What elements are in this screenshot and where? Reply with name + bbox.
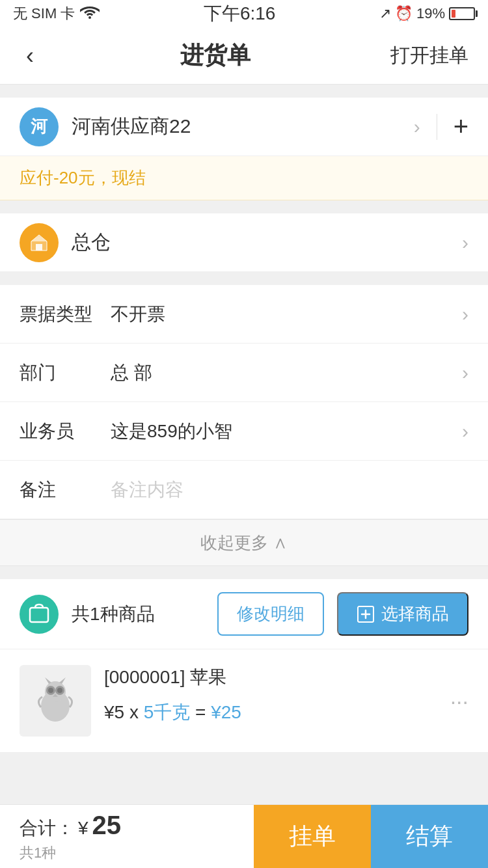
- form-row-remark[interactable]: 备注 备注内容: [0, 461, 488, 519]
- supplier-divider: [437, 114, 437, 140]
- avatar-text: 河: [31, 115, 47, 138]
- wifi-icon: [80, 5, 100, 23]
- page-title: 进货单: [180, 40, 251, 72]
- collapse-label: 收起更多 ∧: [200, 532, 287, 554]
- select-product-button[interactable]: 选择商品: [337, 592, 468, 636]
- collapse-button[interactable]: 收起更多 ∧: [0, 519, 488, 566]
- product-thumbnail: [20, 665, 91, 737]
- warehouse-row[interactable]: 总仓 ›: [0, 213, 488, 272]
- bottom-bar: 合计： ¥ 25 共1种 挂单 结算: [0, 804, 488, 868]
- dept-chevron-icon: ›: [462, 362, 468, 384]
- form-row-invoice[interactable]: 票据类型 不开票 ›: [0, 285, 488, 344]
- section-gap-4: [0, 566, 488, 579]
- form-key-remark: 备注: [20, 478, 111, 502]
- product-image: [29, 675, 81, 727]
- open-hang-button[interactable]: 打开挂单: [390, 42, 468, 69]
- battery-icon: [449, 7, 475, 20]
- invoice-chevron-icon: ›: [462, 303, 468, 325]
- notice-text: 应付-20元，现结: [20, 168, 146, 187]
- status-left: 无 SIM 卡: [13, 4, 100, 23]
- checkout-button[interactable]: 结算: [371, 805, 488, 868]
- svg-marker-8: [45, 677, 51, 684]
- product-title-text: 苹果: [190, 667, 226, 687]
- form-row-dept[interactable]: 部门 总 部 ›: [0, 344, 488, 402]
- warehouse-icon-wrap: [20, 223, 59, 262]
- status-time: 下午6:16: [204, 1, 276, 26]
- total-count: 共1种: [20, 843, 234, 863]
- supplier-chevron-icon: ›: [414, 116, 420, 138]
- total-line: 合计： ¥ 25: [20, 811, 234, 841]
- form-row-salesperson[interactable]: 业务员 这是859的小智 ›: [0, 402, 488, 461]
- form-value-dept: 总 部: [111, 360, 462, 385]
- form-value-invoice: 不开票: [111, 302, 462, 327]
- svg-point-13: [57, 688, 62, 693]
- form-key-salesperson: 业务员: [20, 419, 111, 444]
- price-x: x: [129, 702, 144, 722]
- cart-icon: [27, 603, 51, 626]
- price-unit: ¥5: [104, 702, 124, 722]
- svg-marker-1: [31, 236, 47, 241]
- products-icon-wrap: [20, 595, 59, 634]
- select-product-icon: [357, 605, 375, 623]
- section-gap-3: [0, 272, 488, 285]
- total-label: 合计：: [20, 816, 74, 841]
- add-supplier-button[interactable]: +: [454, 112, 468, 141]
- product-name: [0000001] 苹果: [104, 665, 437, 690]
- form-key-invoice: 票据类型: [20, 302, 111, 327]
- equals-sign: =: [195, 702, 211, 722]
- product-card: [0000001] 苹果 ¥5 x 5千克 = ¥25 ···: [0, 649, 488, 753]
- total-currency: ¥: [78, 818, 88, 839]
- status-right: ↗ ⏰ 19%: [379, 5, 475, 22]
- section-gap-2: [0, 200, 488, 213]
- supplier-avatar: 河: [20, 107, 59, 146]
- notice-bar: 应付-20元，现结: [0, 156, 488, 200]
- salesperson-chevron-icon: ›: [462, 420, 468, 442]
- supplier-actions: › +: [414, 112, 468, 141]
- form-value-salesperson: 这是859的小智: [111, 419, 462, 444]
- supplier-row[interactable]: 河 河南供应商22 › +: [0, 98, 488, 156]
- product-code: [0000001]: [104, 667, 185, 687]
- form-key-dept: 部门: [20, 360, 111, 385]
- product-more-button[interactable]: ···: [450, 688, 468, 714]
- products-count-label: 共1种商品: [72, 602, 204, 627]
- alarm-icon: ⏰: [395, 5, 413, 22]
- edit-detail-button[interactable]: 修改明细: [217, 592, 324, 636]
- location-icon: ↗: [379, 5, 391, 22]
- quantity-label: 5千克: [144, 702, 191, 722]
- product-price-row: ¥5 x 5千克 = ¥25: [104, 700, 437, 725]
- select-product-label: 选择商品: [381, 603, 449, 625]
- svg-rect-2: [30, 608, 48, 622]
- remark-placeholder: 备注内容: [111, 478, 468, 502]
- product-info: [0000001] 苹果 ¥5 x 5千克 = ¥25: [104, 665, 437, 725]
- warehouse-icon: [29, 232, 49, 253]
- carrier-label: 无 SIM 卡: [13, 4, 75, 23]
- total-price: ¥25: [211, 702, 241, 722]
- total-amount: 25: [92, 811, 122, 840]
- svg-rect-0: [36, 244, 42, 251]
- products-header: 共1种商品 修改明细 选择商品: [0, 579, 488, 649]
- svg-marker-9: [59, 677, 66, 684]
- supplier-name: 河南供应商22: [72, 113, 414, 140]
- total-section: 合计： ¥ 25 共1种: [0, 805, 254, 868]
- svg-point-12: [48, 688, 53, 693]
- hang-button[interactable]: 挂单: [254, 805, 371, 868]
- section-gap-1: [0, 85, 488, 98]
- status-bar: 无 SIM 卡 下午6:16 ↗ ⏰ 19%: [0, 0, 488, 27]
- battery-fill: [452, 10, 455, 18]
- battery-percent: 19%: [416, 5, 445, 22]
- warehouse-label: 总仓: [72, 229, 462, 256]
- back-button[interactable]: ‹: [20, 36, 40, 76]
- nav-bar: ‹ 进货单 打开挂单: [0, 27, 488, 85]
- warehouse-chevron-icon: ›: [462, 232, 468, 254]
